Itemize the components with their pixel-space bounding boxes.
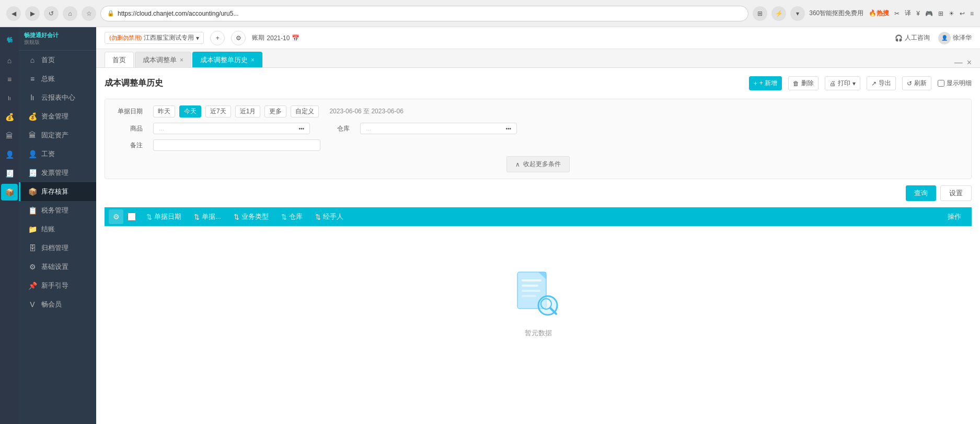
add-label: + 新增 bbox=[759, 79, 777, 88]
headset-icon: 🎧 bbox=[895, 34, 903, 42]
print-button[interactable]: 🖨 打印 ▾ bbox=[825, 76, 860, 90]
period-info: 账期 2021-10 📅 bbox=[252, 33, 299, 42]
filter-row-date: 单据日期 昨天 今天 近7天 近1月 更多 自定义 2023-06-06 至 2… bbox=[113, 105, 963, 117]
sidebar-item-member[interactable]: V 畅会员 bbox=[19, 295, 96, 314]
sidebar-icon-invoice[interactable]: 🧾 bbox=[1, 165, 18, 182]
sidebar-item-ledger[interactable]: ≡ 总账 bbox=[19, 69, 96, 88]
sidebar-icon-asset[interactable]: 🏛 bbox=[1, 127, 18, 144]
sidebar-item-settlement-label: 结账 bbox=[41, 225, 55, 234]
guide-nav-icon: 📌 bbox=[28, 281, 37, 290]
header-right: 🎧 人工咨询 👤 徐泽华 bbox=[895, 32, 972, 44]
delete-icon: 🗑 bbox=[793, 80, 799, 87]
date-range-display: 2023-06-06 至 2023-06-06 bbox=[329, 107, 403, 116]
sidebar-icon-report[interactable]: lı bbox=[1, 90, 18, 107]
delete-button[interactable]: 🗑 删除 bbox=[788, 76, 818, 90]
sidebar-item-wage[interactable]: 👤 工资 bbox=[19, 145, 96, 163]
forward-button[interactable]: ▶ bbox=[25, 6, 40, 21]
col-header-warehouse[interactable]: ⇅ 仓库 bbox=[275, 207, 309, 226]
sidebar-item-ledger-label: 总账 bbox=[41, 74, 55, 84]
tab-cost-adjust[interactable]: 成本调整单 × bbox=[135, 52, 191, 67]
thunder-button[interactable]: ⚡ bbox=[771, 6, 786, 21]
sidebar-item-settlement[interactable]: 📁 结账 bbox=[19, 220, 96, 239]
sidebar-item-report[interactable]: lı 云报表中心 bbox=[19, 88, 96, 107]
warehouse-selector[interactable]: ... ••• bbox=[360, 123, 517, 134]
svg-rect-5 bbox=[522, 295, 536, 297]
last7-button[interactable]: 近7天 bbox=[205, 105, 231, 117]
last-month-button[interactable]: 近1月 bbox=[235, 105, 261, 117]
table-settings-button[interactable]: ⚙ bbox=[109, 209, 123, 224]
url-bar[interactable]: 🔒 https://cloud.chanjet.com/accounting/u… bbox=[100, 6, 748, 21]
select-all-checkbox[interactable] bbox=[128, 213, 136, 221]
sidebar-icon-home[interactable]: ⌂ bbox=[1, 52, 18, 69]
tab-cost-adjust-history-close[interactable]: × bbox=[251, 56, 255, 64]
inventory-nav-icon: 📦 bbox=[28, 187, 37, 196]
sidebar-icon-wage[interactable]: 👤 bbox=[1, 146, 18, 163]
sidebar-item-inventory[interactable]: 📦 库存核算 bbox=[19, 182, 96, 201]
sidebar-item-asset[interactable]: 🏛 固定资产 bbox=[19, 126, 96, 145]
refresh-button[interactable]: ↺ 刷新 bbox=[902, 76, 931, 90]
undo-icon: ↩ bbox=[960, 10, 965, 17]
dropdown-button[interactable]: ▾ bbox=[790, 6, 805, 21]
home-nav-icon: ⌂ bbox=[28, 56, 37, 64]
sidebar-item-tax[interactable]: 📋 税务管理 bbox=[19, 201, 96, 220]
add-button[interactable]: + + 新增 bbox=[749, 76, 782, 90]
sidebar-item-guide[interactable]: 📌 新手引导 bbox=[19, 276, 96, 295]
sidebar-icon-ledger[interactable]: ≡ bbox=[1, 71, 18, 88]
collapse-button[interactable]: ∧ 收起更多条件 bbox=[506, 156, 570, 172]
header-left: (勿删勿禁用) 江西服宝测试专用 ▾ + ⚙ 账期 2021-10 📅 bbox=[105, 31, 299, 45]
col-number-label: 单据... bbox=[202, 212, 221, 221]
settings-query-button[interactable]: 设置 bbox=[940, 185, 972, 201]
col-header-biz-type[interactable]: ⇅ 业务类型 bbox=[227, 207, 275, 226]
sidebar-item-home[interactable]: ⌂ 首页 bbox=[19, 51, 96, 69]
home-button[interactable]: ⌂ bbox=[63, 6, 77, 21]
notes-input[interactable] bbox=[153, 139, 320, 151]
date-filter-label: 单据日期 bbox=[113, 107, 143, 116]
report-nav-icon: lı bbox=[28, 93, 37, 102]
sidebar-icon-inventory[interactable]: 📦 bbox=[1, 184, 18, 201]
extensions-button[interactable]: ⊞ bbox=[753, 6, 767, 21]
show-cols-checkbox[interactable] bbox=[938, 80, 944, 87]
sidebar-icon-capital[interactable]: 💰 bbox=[1, 109, 18, 125]
add-company-button[interactable]: + bbox=[210, 31, 225, 45]
more-date-button[interactable]: 更多 bbox=[264, 105, 286, 117]
sidebar-item-settings[interactable]: ⚙ 基础设置 bbox=[19, 257, 96, 276]
refresh-button[interactable]: ↺ bbox=[44, 6, 59, 21]
table-container: ⚙ ⇅ 单据日期 ⇅ 单据... ⇅ 业务类型 ⇅ bbox=[105, 207, 972, 380]
goods-selector[interactable]: ... ••• bbox=[153, 123, 310, 134]
col-header-operator[interactable]: ⇅ 经手人 bbox=[309, 207, 350, 226]
query-button[interactable]: 查询 bbox=[906, 185, 936, 201]
app-container: 畅 ⌂ ≡ lı 💰 🏛 👤 🧾 📦 畅捷通好会计 旗舰版 ⌂ 首页 ≡ 总账 … bbox=[0, 27, 980, 424]
col-header-actions: 操作 bbox=[941, 212, 967, 221]
service-button[interactable]: 🎧 人工咨询 bbox=[895, 33, 930, 42]
tab-home[interactable]: 首页 bbox=[105, 52, 134, 67]
col-header-number[interactable]: ⇅ 单据... bbox=[188, 207, 227, 226]
sidebar-item-archive[interactable]: 🗄 归档管理 bbox=[19, 239, 96, 257]
tab-close-all-button[interactable]: × bbox=[967, 58, 972, 67]
col-date-label: 单据日期 bbox=[154, 212, 181, 221]
col-header-date[interactable]: ⇅ 单据日期 bbox=[140, 207, 188, 226]
tab-minimize-button[interactable]: — bbox=[954, 58, 963, 67]
star-button[interactable]: ☆ bbox=[82, 6, 96, 21]
tab-cost-adjust-close[interactable]: × bbox=[180, 56, 183, 64]
sidebar-icons: 畅 ⌂ ≡ lı 💰 🏛 👤 🧾 📦 bbox=[0, 27, 19, 424]
col-actions-label: 操作 bbox=[948, 213, 961, 220]
sidebar-item-invoice[interactable]: 🧾 发票管理 bbox=[19, 163, 96, 182]
period-label: 账期 bbox=[252, 33, 264, 42]
custom-date-button[interactable]: 自定义 bbox=[291, 105, 319, 117]
show-cols-checkbox-label[interactable]: 显示明细 bbox=[938, 79, 972, 88]
main-content: (勿删勿禁用) 江西服宝测试专用 ▾ + ⚙ 账期 2021-10 📅 🎧 人工… bbox=[96, 27, 980, 424]
sort-wh-icon: ⇅ bbox=[281, 213, 287, 221]
tab-cost-adjust-history[interactable]: 成本调整单历史 × bbox=[192, 52, 262, 67]
yesterday-button[interactable]: 昨天 bbox=[153, 105, 175, 117]
sidebar-item-capital[interactable]: 💰 资金管理 bbox=[19, 107, 96, 126]
today-button[interactable]: 今天 bbox=[179, 105, 201, 117]
back-button[interactable]: ◀ bbox=[6, 6, 21, 21]
company-settings-button[interactable]: ⚙ bbox=[231, 31, 246, 45]
service-label: 人工咨询 bbox=[905, 33, 930, 42]
sidebar-item-inventory-label: 库存核算 bbox=[41, 187, 68, 196]
company-selector[interactable]: (勿删勿禁用) 江西服宝测试专用 ▾ bbox=[105, 32, 204, 44]
user-menu[interactable]: 👤 徐泽华 bbox=[938, 32, 972, 44]
page-area: 成本调整单历史 + + 新增 🗑 删除 🖨 打印 ▾ bbox=[96, 68, 980, 424]
export-button[interactable]: ↗ 导出 bbox=[867, 76, 896, 90]
sidebar-item-guide-label: 新手引导 bbox=[41, 281, 68, 290]
